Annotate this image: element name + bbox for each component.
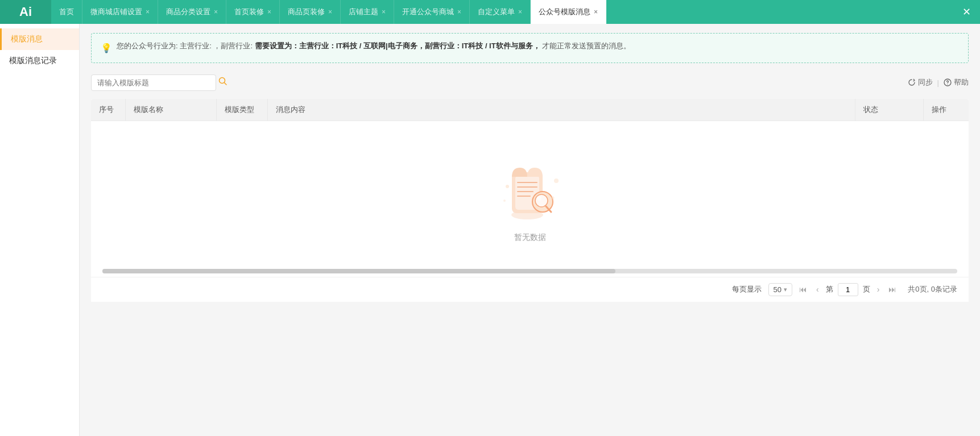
page-number-input[interactable] xyxy=(838,283,858,296)
prev-page-button[interactable]: ‹ xyxy=(814,284,821,295)
notice-highlight: 需要设置为：主营行业：IT科技 / 互联网|电子商务，副营行业：IT科技 / I… xyxy=(255,41,540,50)
tab-label-product-category: 商品分类设置 xyxy=(166,7,210,17)
help-button[interactable]: 帮助 xyxy=(944,77,969,88)
svg-point-14 xyxy=(537,196,541,201)
tab-close-store-theme[interactable]: × xyxy=(382,8,386,16)
total-info: 共0页, 0条记录 xyxy=(908,284,957,294)
notice-prefix: 您的公众号行业为: 主营行业: ，副营行业: xyxy=(117,41,253,50)
global-close-button[interactable]: ✕ xyxy=(953,0,980,24)
tab-close-wshop-settings[interactable]: × xyxy=(146,8,150,16)
per-page-value: 50 xyxy=(774,285,781,294)
search-input[interactable] xyxy=(91,74,216,91)
sidebar: 模版消息模版消息记录 xyxy=(0,24,80,436)
tab-close-product-decoration[interactable]: × xyxy=(328,8,332,16)
notice-box: 💡 您的公众号行业为: 主营行业: ，副营行业: 需要设置为：主营行业：IT科技… xyxy=(91,33,969,63)
tab-template-msg[interactable]: 公众号模版消息× xyxy=(531,0,606,24)
svg-line-1 xyxy=(225,83,227,85)
toolbar-divider: | xyxy=(937,78,939,87)
tab-home[interactable]: 首页 xyxy=(51,0,82,24)
empty-state: 暂无数据 xyxy=(91,121,969,265)
sync-button[interactable]: 同步 xyxy=(908,77,933,88)
sidebar-item-template-message-record[interactable]: 模版消息记录 xyxy=(0,50,79,72)
sync-label: 同步 xyxy=(918,77,933,88)
top-nav: Ai 首页微商城店铺设置×商品分类设置×首页装修×商品页装修×店铺主题×开通公众… xyxy=(0,0,980,24)
tab-close-open-shop[interactable]: × xyxy=(457,8,461,16)
tab-product-decoration[interactable]: 商品页装修× xyxy=(280,0,341,24)
first-page-button[interactable]: ⏮ xyxy=(797,284,809,295)
bulb-icon: 💡 xyxy=(101,41,112,56)
tab-product-category[interactable]: 商品分类设置× xyxy=(158,0,226,24)
tab-label-open-shop: 开通公众号商城 xyxy=(402,7,454,17)
empty-text: 暂无数据 xyxy=(514,232,546,243)
help-label: 帮助 xyxy=(954,77,969,88)
col-status: 状态 xyxy=(855,99,923,121)
tab-label-home-decoration: 首页装修 xyxy=(234,7,264,17)
col-type: 模版类型 xyxy=(216,99,267,121)
notice-suffix: 才能正常发送预置的消息。 xyxy=(542,41,631,50)
tab-label-home: 首页 xyxy=(59,7,74,17)
tab-label-template-msg: 公众号模版消息 xyxy=(539,7,590,17)
fake-scrollbar[interactable] xyxy=(102,269,957,273)
svg-point-17 xyxy=(551,196,554,199)
empty-illustration xyxy=(496,155,564,223)
per-page-select[interactable]: 50 ▾ xyxy=(768,283,792,296)
page-label: 第 xyxy=(826,284,833,294)
table-header-row: 序号 模版名称 模版类型 消息内容 状态 操作 xyxy=(91,99,969,121)
tab-label-wshop-settings: 微商城店铺设置 xyxy=(90,7,142,17)
svg-point-15 xyxy=(506,185,509,188)
col-name: 模版名称 xyxy=(125,99,216,121)
empty-row: 暂无数据 xyxy=(91,121,969,265)
main-layout: 模版消息模版消息记录 💡 您的公众号行业为: 主营行业: ，副营行业: 需要设置… xyxy=(0,24,980,436)
scrollbar-thumb xyxy=(102,269,615,273)
tab-home-decoration[interactable]: 首页装修× xyxy=(226,0,280,24)
tab-label-custom-menu: 自定义菜单 xyxy=(478,7,515,17)
page-unit: 页 xyxy=(863,284,870,294)
tab-close-product-category[interactable]: × xyxy=(214,8,218,16)
last-page-button[interactable]: ⏭ xyxy=(886,284,899,295)
svg-point-3 xyxy=(947,84,948,85)
toolbar-right: 同步 | 帮助 xyxy=(908,77,969,88)
tab-close-template-msg[interactable]: × xyxy=(594,8,598,16)
tab-label-store-theme: 店铺主题 xyxy=(349,7,378,17)
pagination: 每页显示 50 ▾ ⏮ ‹ 第 页 › ⏭ 共0页, 0条记录 xyxy=(91,277,969,302)
tab-store-theme[interactable]: 店铺主题× xyxy=(341,0,394,24)
data-table: 序号 模版名称 模版类型 消息内容 状态 操作 xyxy=(91,99,969,265)
tab-close-home-decoration[interactable]: × xyxy=(267,8,271,16)
logo: Ai xyxy=(0,0,51,24)
tab-wshop-settings[interactable]: 微商城店铺设置× xyxy=(82,0,158,24)
col-action: 操作 xyxy=(923,99,969,121)
tab-custom-menu[interactable]: 自定义菜单× xyxy=(470,0,531,24)
tab-open-shop[interactable]: 开通公众号商城× xyxy=(394,0,470,24)
sidebar-item-template-message[interactable]: 模版消息 xyxy=(0,28,79,50)
chevron-down-icon: ▾ xyxy=(784,286,787,293)
tabs-container: 首页微商城店铺设置×商品分类设置×首页装修×商品页装修×店铺主题×开通公众号商城… xyxy=(51,0,953,24)
col-content: 消息内容 xyxy=(267,99,855,121)
per-page-label: 每页显示 xyxy=(732,284,762,294)
notice-text: 您的公众号行业为: 主营行业: ，副营行业: 需要设置为：主营行业：IT科技 /… xyxy=(117,40,631,52)
scrollbar-container xyxy=(91,265,969,277)
search-bar: 同步 | 帮助 xyxy=(91,74,969,91)
svg-point-18 xyxy=(503,200,506,202)
table-container: 序号 模版名称 模版类型 消息内容 状态 操作 xyxy=(91,99,969,302)
tab-close-custom-menu[interactable]: × xyxy=(518,8,522,16)
content-area: 💡 您的公众号行业为: 主营行业: ，副营行业: 需要设置为：主营行业：IT科技… xyxy=(80,24,980,436)
tab-label-product-decoration: 商品页装修 xyxy=(288,7,325,17)
svg-point-16 xyxy=(554,178,559,183)
col-seq: 序号 xyxy=(91,99,125,121)
search-button[interactable] xyxy=(218,77,228,88)
svg-point-12 xyxy=(535,194,548,207)
next-page-button[interactable]: › xyxy=(875,284,882,295)
